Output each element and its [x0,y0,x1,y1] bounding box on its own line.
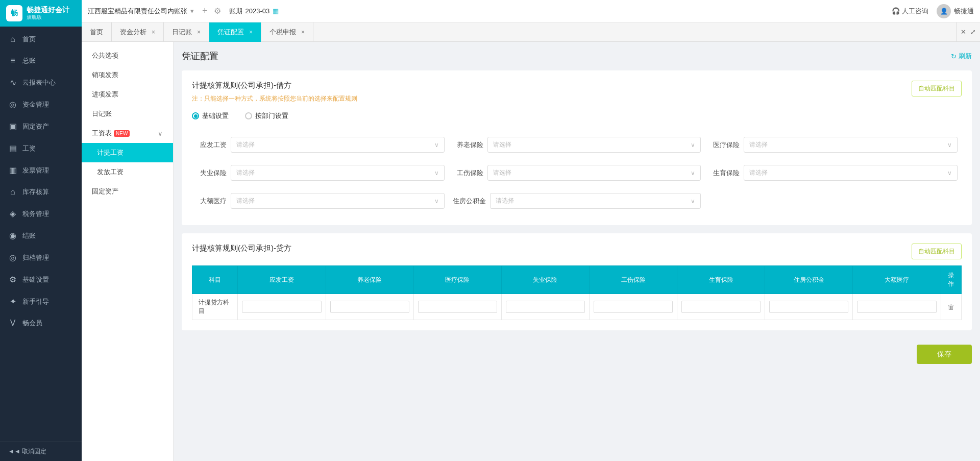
select-daeliao-chevron: ∨ [434,198,439,205]
inventory-icon: ⌂ [8,187,17,197]
sidebar-unpin[interactable]: ◄◄ 取消固定 [0,442,82,461]
sidebar-label-ledger: 总账 [22,56,36,65]
left-menu-calc-salary[interactable]: 计提工资 [82,143,173,162]
sidebar-item-home[interactable]: ⌂ 首页 [0,29,82,50]
salary-group-chevron: ∨ [158,130,163,137]
calendar-icon[interactable]: ▦ [273,7,279,15]
left-menu-sales[interactable]: 销项发票 [82,65,173,85]
input-yanglao[interactable] [330,301,409,313]
tab-finance[interactable]: 资金分析 × [112,22,164,42]
label-yifagongzi: 应发工资 [196,140,227,150]
save-button[interactable]: 保存 [917,345,972,364]
tab-journal[interactable]: 日记账 × [164,22,209,42]
select-yanglao[interactable]: 请选择 ∨ [487,137,701,153]
salary-icon: ▤ [8,143,17,153]
left-menu-public[interactable]: 公共选项 [82,46,173,65]
tab-tax-report[interactable]: 个税申报 × [261,22,313,42]
maximize-icon[interactable]: ⤢ [970,28,976,36]
left-menu-journal[interactable]: 日记账 [82,104,173,124]
select-yanglao-placeholder: 请选择 [493,140,511,149]
radio-group: 基础设置 按部门设置 [192,111,962,120]
credit-table-head: 科目 应发工资 养老保险 医疗保险 失业保险 工伤保险 生育保险 住房公积金 大… [192,266,962,294]
col-header-yiliao: 医疗保险 [413,266,501,294]
sidebar-label-reports: 云报表中心 [22,78,56,87]
tab-voucher-close[interactable]: × [249,29,253,36]
user-menu[interactable]: 👤 畅捷通 [937,4,974,18]
left-menu-salary-group: 工资表 NEW ∨ 计提工资 发放工资 [82,124,173,182]
close-window-icon[interactable]: ✕ [961,28,966,36]
debit-section-title: 计提核算规则(公司承担)-借方 [192,81,357,90]
radio-basic[interactable]: 基础设置 [192,111,229,120]
tab-journal-close[interactable]: × [197,29,201,36]
period-value: 2023-03 [246,7,270,15]
refresh-label: 刷新 [959,52,972,61]
select-shiye[interactable]: 请选择 ∨ [231,165,445,181]
sidebar-item-member[interactable]: V 畅会员 [0,312,82,334]
col-header-yifagongzi: 应发工资 [238,266,326,294]
select-daeliao[interactable]: 请选择 ∨ [231,193,445,209]
radio-department[interactable]: 按部门设置 [245,111,288,120]
topbar-settings-button[interactable]: ⚙ [214,6,221,16]
sidebar-item-settings[interactable]: ⚙ 基础设置 [0,269,82,290]
select-yiliao[interactable]: 请选择 ∨ [744,137,958,153]
tab-voucher-config[interactable]: 凭证配置 × [209,22,261,42]
select-shengyu-chevron: ∨ [947,169,952,177]
form-cell-shengyu: 生育保险 请选择 ∨ [705,159,962,187]
left-menu-purchase[interactable]: 进项发票 [82,85,173,104]
sidebar-label-assets: 固定资产 [22,122,49,131]
select-shiye-placeholder: 请选择 [236,168,255,177]
sidebar-item-guide[interactable]: ✦ 新手引导 [0,290,82,312]
sidebar-item-inventory[interactable]: ⌂ 库存核算 [0,181,82,203]
sidebar-label-tax: 税务管理 [22,209,49,219]
select-shengyu[interactable]: 请选择 ∨ [744,165,958,181]
tab-tax-label: 个税申报 [270,28,296,37]
left-menu-fixed-assets[interactable]: 固定资产 [82,182,173,201]
add-tab-button[interactable]: + [202,6,208,16]
refresh-icon: ↻ [951,53,957,60]
cell-yanglao [326,294,413,320]
input-daeliao[interactable] [857,301,936,313]
sidebar-label-finance: 资金管理 [22,100,49,109]
debit-auto-match-button[interactable]: 自动匹配科目 [912,81,962,96]
home-icon: ⌂ [8,35,17,44]
sidebar-item-invoice[interactable]: ▥ 发票管理 [0,159,82,181]
sidebar-item-close[interactable]: ◉ 结账 [0,225,82,247]
input-gongjijin[interactable] [769,301,848,313]
sidebar-label-invoice: 发票管理 [22,166,49,175]
sidebar-label-archive: 归档管理 [22,253,49,262]
service-button[interactable]: 🎧 人工咨询 [892,7,928,16]
refresh-button[interactable]: ↻ 刷新 [951,52,972,61]
guide-icon: ✦ [8,297,17,306]
left-menu-pay-salary[interactable]: 发放工资 [82,162,173,182]
input-yiliao[interactable] [418,301,497,313]
credit-auto-match-button[interactable]: 自动匹配科目 [912,244,962,259]
input-shengyu[interactable] [681,301,761,313]
input-shiye[interactable] [506,301,585,313]
sidebar-item-salary[interactable]: ▤ 工资 [0,137,82,159]
tab-home[interactable]: 首页 [82,22,112,42]
left-menu-salary-header[interactable]: 工资表 NEW ∨ [82,124,173,143]
tab-voucher-label: 凭证配置 [217,28,244,37]
sidebar-item-tax[interactable]: ◈ 税务管理 [0,203,82,225]
sidebar-item-archive[interactable]: ◎ 归档管理 [0,247,82,269]
delete-row-button[interactable]: 🗑 [947,303,954,311]
label-shengyu: 生育保险 [709,168,740,178]
select-gongshang[interactable]: 请选择 ∨ [487,165,701,181]
select-gongjijin[interactable]: 请选择 ∨ [490,193,701,209]
company-selector[interactable]: 江西服宝精品有限责任公司内账张 ▾ [88,7,194,16]
select-gongjijin-placeholder: 请选择 [496,197,514,205]
select-yifagongzi[interactable]: 请选择 ∨ [231,137,445,153]
sidebar-item-ledger[interactable]: ≡ 总账 [0,50,82,71]
main-area: 江西服宝精品有限责任公司内账张 ▾ + ⚙ 账期 2023-03 ▦ 🎧 人工咨… [82,0,980,461]
tab-finance-close[interactable]: × [152,29,155,36]
sidebar-item-assets[interactable]: ▣ 固定资产 [0,115,82,137]
tax-icon: ◈ [8,209,17,219]
logo-title: 畅捷通好会计 [27,6,69,14]
tab-tax-close[interactable]: × [301,29,305,36]
sidebar-item-finance[interactable]: ◎ 资金管理 [0,93,82,115]
form-cell-shiye: 失业保险 请选择 ∨ [192,159,449,187]
input-gongshang[interactable] [594,301,673,313]
radio-basic-circle [192,112,199,119]
input-yifagongzi[interactable] [242,301,321,313]
sidebar-item-reports[interactable]: ∿ 云报表中心 [0,71,82,93]
